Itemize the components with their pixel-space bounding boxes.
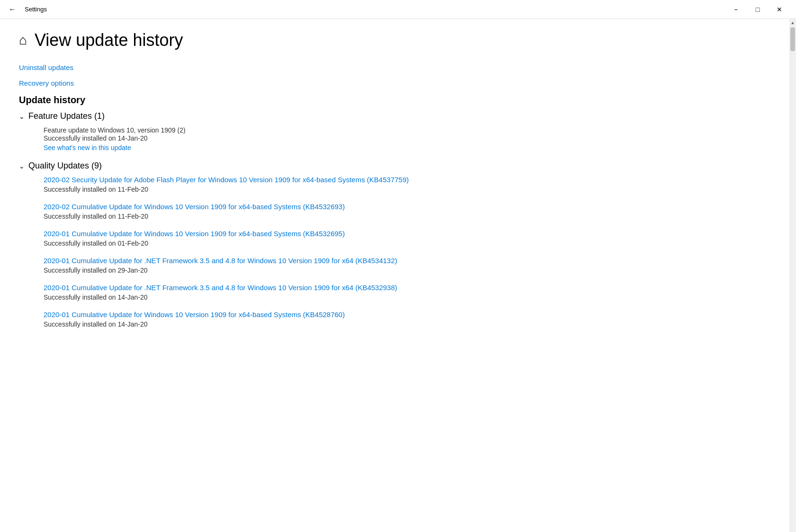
scrollbar-thumb[interactable] [790, 27, 795, 51]
quality-update-title-2[interactable]: 2020-01 Cumulative Update for Windows 10… [44, 230, 777, 238]
quality-update-item-4: 2020-01 Cumulative Update for .NET Frame… [44, 284, 777, 301]
quality-update-item-3: 2020-01 Cumulative Update for .NET Frame… [44, 257, 777, 274]
chevron-down-icon-2: ⌄ [19, 162, 25, 170]
uninstall-updates-link[interactable]: Uninstall updates [19, 63, 777, 71]
quality-update-title-5[interactable]: 2020-01 Cumulative Update for Windows 10… [44, 310, 777, 319]
feature-updates-category[interactable]: ⌄ Feature Updates (1) [19, 111, 777, 121]
quality-updates-label: Quality Updates (9) [28, 161, 102, 171]
quality-update-title-0[interactable]: 2020-02 Security Update for Adobe Flash … [44, 176, 777, 184]
home-icon: ⌂ [19, 33, 27, 48]
quality-update-item-1: 2020-02 Cumulative Update for Windows 10… [44, 203, 777, 220]
titlebar-left: ← Settings [6, 3, 47, 16]
main-panel: ⌂ View update history Uninstall updates … [0, 19, 796, 532]
chevron-down-icon: ⌄ [19, 113, 25, 120]
titlebar-controls: − □ ✕ [725, 0, 790, 19]
quality-update-title-1[interactable]: 2020-02 Cumulative Update for Windows 10… [44, 203, 777, 211]
section-heading: Update history [19, 95, 777, 106]
titlebar-title: Settings [25, 6, 47, 13]
maximize-button[interactable]: □ [747, 0, 769, 19]
quality-updates-category[interactable]: ⌄ Quality Updates (9) [19, 161, 777, 171]
back-button[interactable]: ← [6, 3, 19, 16]
feature-update-link-0[interactable]: See what's new in this update [44, 144, 777, 151]
page-title: View update history [35, 30, 183, 50]
quality-update-status-5: Successfully installed on 14-Jan-20 [44, 320, 777, 328]
quality-update-status-3: Successfully installed on 29-Jan-20 [44, 266, 777, 274]
feature-updates-label: Feature Updates (1) [28, 111, 105, 121]
minimize-button[interactable]: − [725, 0, 747, 19]
quality-update-title-4[interactable]: 2020-01 Cumulative Update for .NET Frame… [44, 284, 777, 292]
feature-update-status-0: Successfully installed on 14-Jan-20 [44, 134, 777, 142]
scrollbar-up-arrow[interactable]: ▲ [791, 19, 795, 27]
quality-update-item-0: 2020-02 Security Update for Adobe Flash … [44, 176, 777, 193]
quality-update-item-2: 2020-01 Cumulative Update for Windows 10… [44, 230, 777, 247]
quality-update-title-3[interactable]: 2020-01 Cumulative Update for .NET Frame… [44, 257, 777, 265]
close-button[interactable]: ✕ [769, 0, 790, 19]
quality-update-status-1: Successfully installed on 11-Feb-20 [44, 213, 777, 220]
quality-update-status-0: Successfully installed on 11-Feb-20 [44, 186, 777, 193]
quality-update-status-2: Successfully installed on 01-Feb-20 [44, 239, 777, 247]
feature-update-title-0: Feature update to Windows 10, version 19… [44, 126, 186, 134]
window-scrollbar[interactable]: ▲ [789, 19, 796, 532]
titlebar: ← Settings − □ ✕ [0, 0, 796, 19]
quality-update-item-5: 2020-01 Cumulative Update for Windows 10… [44, 310, 777, 328]
feature-update-item-0: Feature update to Windows 10, version 19… [44, 126, 777, 151]
content-area: ⌂ View update history Uninstall updates … [0, 19, 796, 532]
recovery-options-link[interactable]: Recovery options [19, 79, 777, 87]
page-header: ⌂ View update history [19, 30, 777, 50]
quality-update-status-4: Successfully installed on 14-Jan-20 [44, 293, 777, 301]
